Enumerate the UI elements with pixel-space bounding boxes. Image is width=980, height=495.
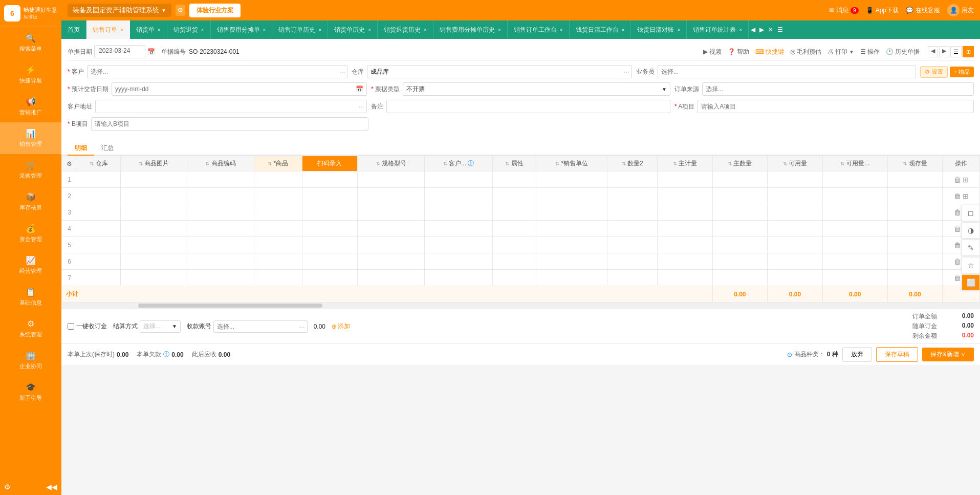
row-3-qty2[interactable] <box>607 204 657 221</box>
delivery-date-input[interactable] <box>112 84 353 94</box>
topbar-app-download[interactable]: 📱 App下载 <box>866 6 899 15</box>
row-6-qty2[interactable] <box>607 253 657 270</box>
row-2-sales-unit[interactable] <box>536 188 607 204</box>
row-4-scan[interactable] <box>302 221 358 237</box>
row-7-scan[interactable] <box>302 270 358 286</box>
row-1-qty2[interactable] <box>607 171 657 188</box>
row-1-spec[interactable] <box>358 171 425 188</box>
table-scrollbar[interactable] <box>61 303 980 309</box>
tab-sales-return-close[interactable]: × <box>201 27 204 33</box>
row-7-attribute[interactable] <box>493 270 536 286</box>
date-value[interactable]: 2023-03-24 <box>94 45 145 58</box>
table-scroll-container[interactable]: ⚙ ⇅ 仓库 ⇅ 商品图片 ⇅ 商品编码 ⇅ *商品 扫码录入 ⇅ 规格型号 ⇅… <box>61 156 980 303</box>
row-7-product-code[interactable] <box>187 270 254 286</box>
list-view-btn[interactable]: ⊞ <box>963 46 974 57</box>
row-4-warehouse[interactable] <box>77 221 121 237</box>
calendar-icon[interactable]: 📅 <box>147 48 155 55</box>
row-5-available-qty2[interactable] <box>822 237 887 253</box>
project-b-input[interactable] <box>92 119 368 129</box>
row-2-attribute[interactable] <box>493 188 536 204</box>
row-2-available-qty2[interactable] <box>822 188 887 204</box>
account-no-input[interactable] <box>214 322 297 331</box>
sidebar-item-basic[interactable]: 📋 基础信息 <box>0 281 61 313</box>
operations-btn[interactable]: ☰ 操作 <box>860 48 880 56</box>
row-2-product-code[interactable] <box>187 188 254 204</box>
topbar-gear-icon[interactable]: ⚙ <box>176 5 185 16</box>
row-3-available-qty2[interactable] <box>822 204 887 221</box>
row-4-sales-unit[interactable] <box>536 221 607 237</box>
save-new-button[interactable]: 保存&新增 ∨ <box>922 348 974 361</box>
row-2-delete-icon[interactable]: 🗑 <box>954 192 961 200</box>
rfb-orange[interactable]: ⬜ <box>962 274 980 291</box>
warehouse-input-wrap[interactable]: ··· <box>367 65 631 78</box>
row-5-customer-code[interactable] <box>425 237 493 253</box>
row-1-warehouse[interactable] <box>77 171 121 188</box>
tab-sales-expense-close[interactable]: × <box>263 27 266 33</box>
tab-daily-clear-reconcile-close[interactable]: × <box>677 27 680 33</box>
row-4-attribute[interactable] <box>493 221 536 237</box>
row-7-spec[interactable] <box>358 270 425 286</box>
tabbar-prev[interactable]: ◀ <box>749 26 757 33</box>
row-4-qty2[interactable] <box>607 221 657 237</box>
row-6-available-qty2[interactable] <box>822 253 887 270</box>
row-2-scan[interactable] <box>302 188 358 204</box>
tab-sales-workbench[interactable]: 销售订单工作台 × <box>508 20 570 39</box>
row-5-main-qty[interactable] <box>712 237 768 253</box>
order-source-input[interactable] <box>703 84 973 94</box>
project-b-input-wrap[interactable] <box>91 117 368 131</box>
delivery-date-input-wrap[interactable]: 📅 <box>112 82 367 96</box>
row-1-product-code[interactable] <box>187 171 254 188</box>
row-6-spec[interactable] <box>358 253 425 270</box>
warehouse-expand-icon[interactable]: ··· <box>621 68 631 76</box>
sidebar-item-quick-nav[interactable]: ⚡ 快捷导航 <box>0 59 61 91</box>
row-6-main-unit[interactable] <box>657 253 712 270</box>
tabbar-menu[interactable]: ☰ <box>775 26 785 33</box>
row-4-main-unit[interactable] <box>657 221 712 237</box>
row-1-copy-icon[interactable]: ⊞ <box>963 176 969 184</box>
row-1-main-qty[interactable] <box>712 171 768 188</box>
payment-method-select[interactable]: 选择... ▼ <box>140 320 181 333</box>
col-settings[interactable]: ⚙ <box>62 156 77 171</box>
sidebar-item-guide[interactable]: 🎓 新手引导 <box>0 376 61 408</box>
row-5-scan[interactable] <box>302 237 358 253</box>
row-7-available-qty2[interactable] <box>822 270 887 286</box>
row-4-product-image[interactable] <box>120 221 187 237</box>
row-6-attribute[interactable] <box>493 253 536 270</box>
shortcuts-btn[interactable]: ⌨ 快捷键 <box>755 48 784 56</box>
one-click-deposit-checkbox[interactable] <box>68 323 74 330</box>
tab-sales-expense[interactable]: 销售费用分摊单 × <box>211 20 273 39</box>
rfb-expand[interactable]: ◻ <box>962 205 980 221</box>
row-6-delete-icon[interactable]: 🗑 <box>954 257 961 266</box>
row-7-product[interactable] <box>254 270 302 286</box>
row-1-available-qty[interactable] <box>768 171 823 188</box>
row-1-sales-unit[interactable] <box>536 171 607 188</box>
row-3-available-qty[interactable] <box>768 204 823 221</box>
row-2-warehouse[interactable] <box>77 188 121 204</box>
row-4-available-qty[interactable] <box>768 221 823 237</box>
sidebar-item-inventory[interactable]: 📦 库存核算 <box>0 186 61 218</box>
invoice-type-select[interactable]: 不开票 ▼ <box>403 82 670 96</box>
tab-sales-expense-history[interactable]: 销售费用分摊单历史 × <box>433 20 508 39</box>
project-a-input-wrap[interactable] <box>698 100 974 113</box>
row-1-customer-code[interactable] <box>425 171 493 188</box>
warehouse-input[interactable] <box>367 67 621 77</box>
customer-input[interactable] <box>88 67 337 77</box>
row-5-delete-icon[interactable]: 🗑 <box>954 241 961 249</box>
row-5-product[interactable] <box>254 237 302 253</box>
current-order-info-icon[interactable]: ⓘ <box>163 350 169 359</box>
customer-address-input-wrap[interactable]: ··· <box>95 100 367 113</box>
row-3-attribute[interactable] <box>493 204 536 221</box>
row-3-customer-code[interactable] <box>425 204 493 221</box>
row-4-spec[interactable] <box>358 221 425 237</box>
row-7-warehouse[interactable] <box>77 270 121 286</box>
rfb-theme[interactable]: ◑ <box>962 222 980 239</box>
row-7-current-qty[interactable] <box>887 270 943 286</box>
row-7-available-qty[interactable] <box>768 270 823 286</box>
nav-next-icon[interactable]: ▶ <box>939 46 949 57</box>
row-6-scan[interactable] <box>302 253 358 270</box>
row-6-main-qty[interactable] <box>712 253 768 270</box>
row-2-product[interactable] <box>254 188 302 204</box>
sidebar-item-system[interactable]: ⚙ 系统管理 <box>0 313 61 345</box>
rfb-star[interactable]: ☆ <box>962 257 980 273</box>
row-7-customer-code[interactable] <box>425 270 493 286</box>
